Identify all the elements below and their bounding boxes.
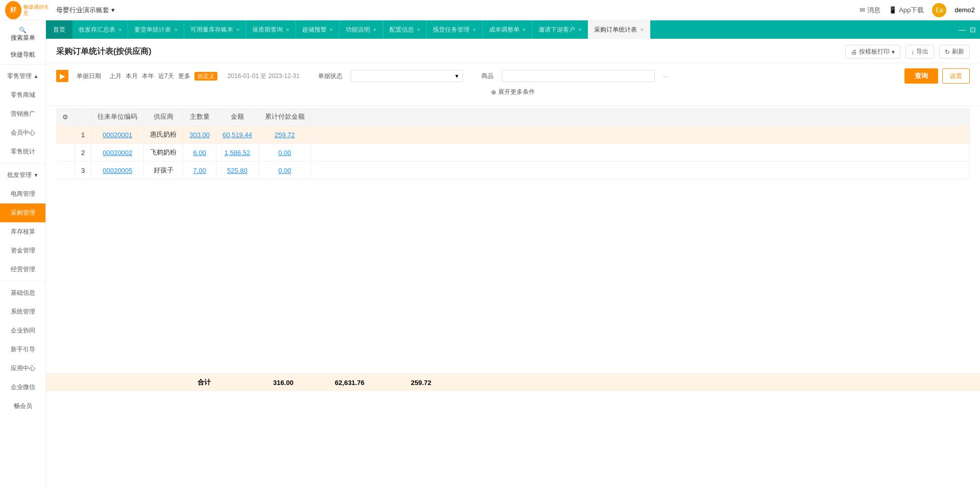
row2-main-qty[interactable]: 6.00: [183, 144, 216, 162]
tab-cost-adjust[interactable]: 成本调整单 ×: [483, 20, 532, 39]
table-row: 1 00020001 惠氏奶粉 303.00 60,519.44 259.72: [56, 126, 970, 144]
tab-overstock-alert[interactable]: 超储预警 ×: [296, 20, 339, 39]
tab-close-goods-stats[interactable]: ×: [174, 27, 177, 33]
workspace-dropdown-icon: ▾: [111, 6, 115, 14]
logo-text: 畅捷通好生意: [23, 4, 51, 16]
tab-receive-send[interactable]: 收发存汇总表 ×: [72, 20, 128, 39]
date-shortcut-last-month[interactable]: 上月: [109, 72, 121, 81]
row2-unit-code[interactable]: 00020002: [91, 144, 144, 162]
row3-checkbox[interactable]: [56, 162, 75, 179]
col-main-qty-header: 主数量: [183, 108, 216, 126]
row3-main-qty[interactable]: 7.00: [183, 162, 216, 179]
row3-amount[interactable]: 525.80: [216, 162, 259, 179]
expand-more-button[interactable]: ⊕ 展开更多条件: [491, 88, 535, 96]
settings-button[interactable]: 设置: [942, 68, 970, 84]
tab-purchase-order-stats[interactable]: 采购订单统计表 ×: [588, 20, 650, 39]
refresh-button[interactable]: ↻ 刷新: [939, 45, 970, 59]
sidebar-item-wholesale-mgmt[interactable]: 批发管理 ▼: [0, 166, 45, 185]
row1-main-qty[interactable]: 303.00: [183, 126, 216, 144]
sidebar-item-retail-mgmt[interactable]: 零售管理 ▲: [0, 67, 45, 86]
tab-goods-stats[interactable]: 要货单统计表 ×: [128, 20, 184, 39]
goods-more-icon[interactable]: ···: [663, 72, 669, 80]
sidebar-item-retail-stats[interactable]: 零售统计: [0, 142, 45, 161]
sidebar-item-basic-info[interactable]: 基础信息: [0, 284, 45, 302]
sidebar-item-new-guide[interactable]: 新手引导: [0, 340, 45, 359]
tab-home[interactable]: 首页: [46, 20, 72, 39]
tab-close-config-info[interactable]: ×: [417, 27, 420, 33]
sidebar: 🔍 搜索菜单 快捷导航 零售管理 ▲ 零售商城 营销推广 会员中心 零售统计: [0, 20, 46, 488]
page-title: 采购订单统计表(按供应商): [56, 46, 152, 57]
page-content: 采购订单统计表(按供应商) 🖨 按模板打印 ▾ ↓ 导出 ↻: [46, 39, 980, 488]
tab-close-cost-adjust[interactable]: ×: [523, 27, 526, 33]
tab-maximize-icon[interactable]: ⊡: [970, 25, 976, 34]
table-row: 3 00020005 好孩子 7.00 525.80 0.00: [56, 162, 970, 179]
sidebar-search[interactable]: 🔍 搜索菜单: [0, 20, 45, 46]
row2-supplier: 飞鹤奶粉: [144, 144, 183, 162]
date-shortcut-this-month[interactable]: 本月: [126, 72, 138, 81]
tab-close-available-stock[interactable]: ×: [236, 27, 239, 33]
row1-amount[interactable]: 60,519.44: [216, 126, 259, 144]
page-header: 采购订单统计表(按供应商) 🖨 按模板打印 ▾ ↓ 导出 ↻: [46, 39, 980, 63]
sidebar-item-vip-member[interactable]: 畅会员: [0, 397, 45, 416]
row3-unit-code[interactable]: 00020005: [91, 162, 144, 179]
page-actions: 🖨 按模板打印 ▾ ↓ 导出 ↻ 刷新: [845, 45, 970, 59]
tab-close-function-desc[interactable]: ×: [373, 27, 376, 33]
col-settings-header[interactable]: ⚙: [56, 108, 75, 126]
filter-toggle-button[interactable]: ▶: [56, 70, 68, 82]
tab-close-purchase-order-stats[interactable]: ×: [640, 27, 643, 33]
sidebar-item-finance-mgmt[interactable]: 资金管理: [0, 241, 45, 260]
footer-paid-amount: 259.72: [383, 379, 459, 387]
row3-paid-amount[interactable]: 0.00: [258, 162, 311, 179]
print-button[interactable]: 🖨 按模板打印 ▾: [845, 45, 900, 59]
date-shortcut-this-year[interactable]: 本年: [142, 72, 154, 81]
tab-close-receive-send[interactable]: ×: [118, 27, 121, 33]
app-download-button[interactable]: 📱 App下载: [889, 6, 924, 15]
user-avatar[interactable]: Ea: [932, 3, 946, 17]
row1-unit-code[interactable]: 00020001: [91, 126, 144, 144]
workspace-selector[interactable]: 母婴行业演示账套 ▾: [51, 6, 860, 15]
row2-paid-amount[interactable]: 0.00: [258, 144, 311, 162]
tab-invite-downstream[interactable]: 邀请下游客户 ×: [532, 20, 588, 39]
tab-minimize-icon[interactable]: —: [959, 25, 966, 34]
row1-paid-amount[interactable]: 259.72: [258, 126, 311, 144]
tab-close-overstock-alert[interactable]: ×: [330, 27, 333, 33]
sidebar-item-enterprise-wechat[interactable]: 企业微信: [0, 378, 45, 397]
sidebar-quick-nav[interactable]: 快捷导航: [0, 46, 45, 65]
sidebar-item-ecommerce-mgmt[interactable]: 电商管理: [0, 185, 45, 203]
tab-expiry-query[interactable]: 保质期查询 ×: [246, 20, 296, 39]
goods-input[interactable]: [502, 70, 655, 82]
export-button[interactable]: ↓ 导出: [905, 45, 934, 59]
sidebar-item-retail-mall[interactable]: 零售商城: [0, 86, 45, 105]
date-custom-badge[interactable]: 自定义: [194, 72, 217, 81]
sidebar-item-app-center[interactable]: 应用中心: [0, 359, 45, 378]
sidebar-item-ops-mgmt[interactable]: 经营管理: [0, 260, 45, 279]
phone-icon: 📱: [889, 6, 897, 14]
sidebar-item-inventory[interactable]: 库存核算: [0, 222, 45, 241]
sidebar-item-sys-mgmt[interactable]: 系统管理: [0, 302, 45, 321]
sidebar-item-enterprise-collab[interactable]: 企业协同: [0, 321, 45, 340]
status-select[interactable]: ▾: [351, 70, 463, 82]
tab-available-stock[interactable]: 可用量库存账本 ×: [184, 20, 246, 39]
date-shortcut-more[interactable]: 更多: [178, 72, 190, 81]
message-button[interactable]: ✉ 消息: [860, 6, 880, 15]
row2-checkbox[interactable]: [56, 144, 75, 162]
tab-bar: 首页 收发存汇总表 × 要货单统计表 × 可用量库存账本 × 保质期查询 ×: [46, 20, 980, 39]
tab-close-expiry-query[interactable]: ×: [286, 27, 289, 33]
row2-empty: [311, 144, 969, 162]
status-label: 单据状态: [318, 72, 342, 81]
tab-close-invite-downstream[interactable]: ×: [578, 27, 581, 33]
tab-close-pick-task[interactable]: ×: [473, 27, 476, 33]
sidebar-item-purchase-mgmt[interactable]: 采购管理: [0, 203, 45, 222]
row1-checkbox[interactable]: [56, 126, 75, 144]
sidebar-item-member-center[interactable]: 会员中心: [0, 123, 45, 142]
col-supplier-header: 供应商: [144, 108, 183, 126]
tab-function-desc[interactable]: 功能说明 ×: [339, 20, 383, 39]
date-shortcut-7days[interactable]: 近7天: [158, 72, 174, 81]
data-table: ⚙ 往来单位编码 供应商 主数量 金额 累计付款金额: [56, 108, 970, 179]
sidebar-item-marketing[interactable]: 营销推广: [0, 105, 45, 123]
tab-config-info[interactable]: 配置信息 ×: [383, 20, 427, 39]
query-button[interactable]: 查询: [904, 68, 938, 84]
filter-more-area: ⊕ 展开更多条件: [56, 84, 970, 100]
row2-amount[interactable]: 1,586.52: [216, 144, 259, 162]
tab-pick-task[interactable]: 拣货任务管理 ×: [427, 20, 482, 39]
